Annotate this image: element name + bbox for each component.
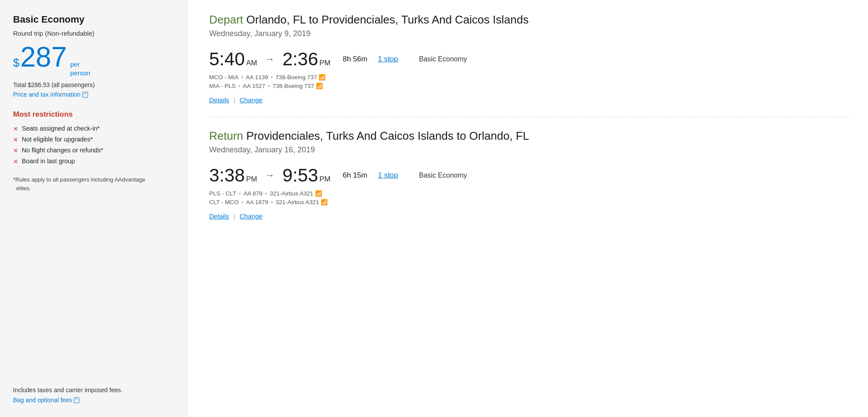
pipe-sep: |	[234, 96, 235, 104]
depart-word: Depart	[209, 13, 243, 26]
return-word: Return	[209, 129, 243, 142]
left-panel: Basic Economy Round trip (Non-refundable…	[0, 0, 187, 417]
per-person-label: perperson	[70, 60, 90, 77]
depart-stops-link[interactable]: 1 stop	[378, 55, 398, 64]
return-cabin-class: Basic Economy	[419, 172, 467, 179]
return-leg2-details: CLT - MCO ▪ AA 1879 ▪ 321-Airbus A321 📶	[209, 199, 851, 205]
depart-details-link[interactable]: Details	[209, 96, 229, 104]
restriction-item: ✕ Board in last group	[13, 158, 174, 165]
round-trip-label: Round trip (Non-refundable)	[13, 30, 174, 37]
x-icon: ✕	[13, 158, 18, 165]
x-icon: ✕	[13, 136, 18, 143]
right-panel: Depart Orlando, FL to Providenciales, Tu…	[187, 0, 868, 417]
dot-sep: ▪	[238, 83, 241, 89]
depart-header: Depart Orlando, FL to Providenciales, Tu…	[209, 13, 851, 27]
wifi-icon-return1: 📶	[315, 190, 322, 197]
dot-sep: ▪	[271, 199, 273, 205]
arrive-time: 2:36PM	[282, 49, 330, 70]
return-route: Providenciales, Turks And Caicos Islands…	[246, 129, 529, 142]
return-change-link[interactable]: Change	[240, 212, 263, 220]
total-price: Total $286.53 (all passengers)	[13, 81, 174, 88]
depart-cabin-class: Basic Economy	[419, 55, 467, 63]
price-tax-link[interactable]: Price and tax information	[13, 91, 174, 98]
restrictions-heading: Most restrictions	[13, 110, 174, 119]
depart-time: 5:40AM	[209, 49, 257, 70]
dot-sep: ▪	[241, 74, 244, 81]
return-header: Return Providenciales, Turks And Caicos …	[209, 129, 851, 143]
depart-links: Details | Change	[209, 96, 851, 104]
pipe-sep-return: |	[234, 212, 235, 220]
wifi-icon: 📶	[319, 74, 326, 81]
depart-leg2-details: MIA - PLS ▪ AA 1527 ▪ 738-Boeing 737 📶	[209, 83, 851, 89]
leg2-aircraft: 738-Boeing 737	[272, 83, 314, 89]
return-leg2-route: CLT - MCO	[209, 199, 239, 205]
x-icon: ✕	[13, 125, 18, 132]
dot-sep: ▪	[268, 83, 270, 89]
return-details-link[interactable]: Details	[209, 212, 229, 220]
return-depart-time: 3:38PM	[209, 165, 257, 186]
return-duration: 6h 15m	[343, 171, 368, 180]
depart-date: Wednesday, January 9, 2019	[209, 29, 851, 38]
depart-leg1-details: MCO - MIA ▪ AA 1139 ▪ 738-Boeing 737 📶	[209, 74, 851, 81]
left-bottom: Includes taxes and carrier imposed fees.…	[13, 256, 174, 404]
currency-symbol: $	[13, 56, 19, 70]
depart-duration: 8h 56m	[343, 55, 368, 64]
dot-sep: ▪	[271, 74, 273, 81]
restriction-item: ✕ Seats assigned at check-in*	[13, 125, 174, 132]
restriction-item: ✕ Not eligible for upgrades*	[13, 136, 174, 143]
leg1-flight: AA 1139	[246, 74, 268, 81]
section-divider	[209, 117, 851, 117]
return-times-row: 3:38PM → 9:53PM 6h 15m 1 stop Basic Econ…	[209, 165, 851, 186]
return-stops-link[interactable]: 1 stop	[378, 171, 398, 180]
restriction-item: ✕ No flight changes or refunds*	[13, 147, 174, 154]
bag-fees-link[interactable]: Bag and optional fees	[13, 397, 79, 404]
return-arrive-time: 9:53PM	[282, 165, 330, 186]
return-leg2-flight: AA 1879	[246, 199, 268, 205]
includes-label: Includes taxes and carrier imposed fees.	[13, 387, 174, 393]
dot-sep: ▪	[239, 190, 241, 197]
depart-times-row: 5:40AM → 2:36PM 8h 56m 1 stop Basic Econ…	[209, 49, 851, 70]
return-leg1-details: PLS - CLT ▪ AA 879 ▪ 321-Airbus A321 📶	[209, 190, 851, 197]
price-amount: 287	[20, 43, 67, 71]
external-link-icon-bag	[74, 397, 79, 403]
leg2-route: MIA - PLS	[209, 83, 236, 89]
wifi-icon-2: 📶	[316, 83, 323, 89]
return-leg2-aircraft: 321-Airbus A321	[275, 199, 319, 205]
leg1-route: MCO - MIA	[209, 74, 239, 81]
return-date: Wednesday, January 16, 2019	[209, 145, 851, 155]
dot-sep: ▪	[265, 190, 267, 197]
arrow-icon-return: →	[265, 170, 275, 181]
panel-title: Basic Economy	[13, 14, 174, 25]
return-leg1-flight: AA 879	[244, 190, 263, 197]
return-links: Details | Change	[209, 212, 851, 220]
leg1-aircraft: 738-Boeing 737	[275, 74, 317, 81]
depart-route: Orlando, FL to Providenciales, Turks And…	[246, 13, 529, 26]
restriction-list: ✕ Seats assigned at check-in* ✕ Not elig…	[13, 125, 174, 168]
price-row: $ 287 perperson	[13, 43, 174, 77]
dot-sep: ▪	[241, 199, 244, 205]
depart-section: Depart Orlando, FL to Providenciales, Tu…	[209, 13, 851, 104]
arrow-icon: →	[265, 54, 275, 65]
return-leg1-route: PLS - CLT	[209, 190, 236, 197]
return-section: Return Providenciales, Turks And Caicos …	[209, 129, 851, 220]
restriction-note: *Rules apply to all passengers including…	[13, 175, 174, 192]
wifi-icon-return2: 📶	[321, 199, 328, 205]
return-leg1-aircraft: 321-Airbus A321	[270, 190, 313, 197]
external-link-icon	[82, 92, 88, 98]
x-icon: ✕	[13, 147, 18, 154]
leg2-flight: AA 1527	[243, 83, 265, 89]
depart-change-link[interactable]: Change	[240, 96, 263, 104]
